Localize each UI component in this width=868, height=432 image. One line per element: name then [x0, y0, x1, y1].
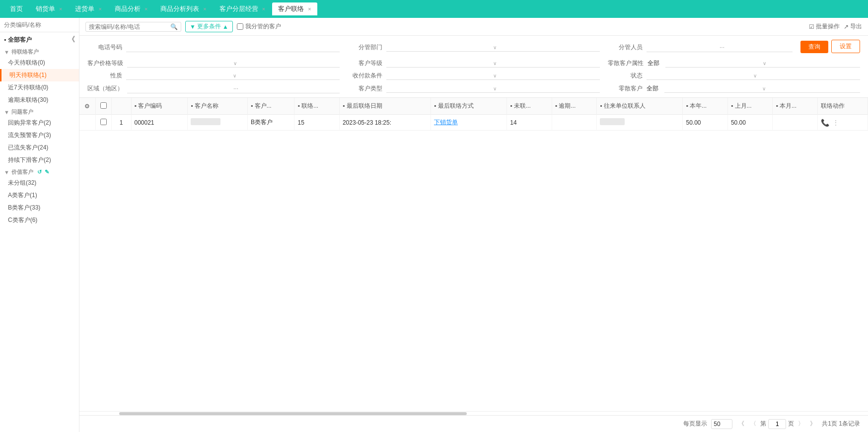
sidebar-item-class-c[interactable]: C类客户(6): [0, 214, 79, 226]
prev-page-button[interactable]: 〈: [748, 419, 758, 429]
th-contact: ▪ 联络...: [294, 98, 339, 115]
search-icon[interactable]: 🔍: [170, 23, 178, 30]
chevron-down-icon: ∨: [493, 61, 598, 66]
row-no-contact: 14: [507, 115, 552, 131]
total-records-label: 共1页 1条记录: [822, 420, 860, 428]
chevron-down-icon: ∨: [493, 86, 598, 91]
sidebar-item-churn-warning[interactable]: 流失预警客户(3): [0, 129, 79, 142]
advanced-filter: 电话号码 分管部门 ∨ 分管人员 ··· 查询 设置: [79, 36, 868, 98]
last-page-button[interactable]: 》: [808, 419, 818, 429]
retail-attr-select[interactable]: ∨: [665, 60, 860, 68]
chevron-down-icon: ∨: [233, 73, 338, 78]
last-method-link[interactable]: 下销货单: [434, 119, 458, 126]
status-select[interactable]: ∨: [647, 72, 860, 80]
more-conditions-button[interactable]: ▼ 更多条件 ▲: [185, 21, 233, 32]
row-name: [188, 115, 248, 131]
sidebar-item-churned[interactable]: 已流失客户(24): [0, 142, 79, 154]
close-icon[interactable]: ×: [98, 6, 101, 12]
close-icon[interactable]: ×: [145, 6, 147, 12]
reset-button[interactable]: 设置: [831, 40, 860, 53]
chevron-up-icon: ▲: [222, 23, 228, 30]
edit-icon[interactable]: ✎: [45, 169, 49, 175]
row-unit-contact: [597, 115, 683, 131]
horizontal-scrollbar[interactable]: [79, 411, 868, 415]
per-page-select[interactable]: 50 100 200: [711, 419, 732, 429]
sidebar-item-declining[interactable]: 持续下滑客户(2): [0, 154, 79, 166]
nature-select[interactable]: ∨: [126, 72, 340, 80]
filter-row-customer-type: 客户类型 ∨: [348, 84, 600, 93]
filter-row-phone: 电话号码: [87, 40, 340, 55]
select-all-checkbox[interactable]: [100, 102, 107, 109]
nav-tab-customer-layered[interactable]: 客户分层经营 ×: [214, 2, 271, 15]
batch-operation-button[interactable]: ☑ 批量操作: [809, 22, 840, 31]
nav-tab-sales[interactable]: 销货单 ×: [30, 2, 68, 15]
sidebar-item-class-b[interactable]: B类客户(33): [0, 202, 79, 214]
nav-tab-purchase[interactable]: 进货单 ×: [69, 2, 107, 15]
next-page-button[interactable]: 〉: [796, 419, 806, 429]
sidebar-item-tomorrow-contact[interactable]: 明天待联络(1): [0, 69, 79, 81]
first-page-button[interactable]: 《: [736, 419, 746, 429]
person-select[interactable]: ···: [647, 43, 793, 52]
table-header-row: ⚙ ▪ 客户编码 ▪ 客户名称 ▪ 客户... ▪ 联络... ▪ 最后联络日期…: [79, 98, 868, 115]
row-last-method[interactable]: 下销货单: [431, 115, 506, 131]
row-this-year: 50.00: [683, 115, 727, 131]
th-no: [111, 98, 131, 115]
collapse-icon[interactable]: 《: [68, 35, 75, 44]
phone-label: 电话号码: [87, 43, 122, 52]
filter-row-region: 区域（地区） ···: [87, 84, 340, 93]
nav-tab-customer-contact[interactable]: 客户联络 ×: [272, 2, 317, 15]
close-icon[interactable]: ×: [59, 6, 62, 12]
close-icon[interactable]: ×: [203, 6, 206, 12]
close-icon[interactable]: ×: [308, 6, 311, 12]
sidebar: 🔍 ▪ 全部客户 《 ▼ 待联络客户 今天待联络(0) 明天待联络(1) 近7天…: [0, 18, 79, 432]
nav-tab-product-analysis[interactable]: 商品分析 ×: [109, 2, 153, 15]
sidebar-item-ungrouped[interactable]: 未分组(32): [0, 177, 79, 189]
customer-type-select[interactable]: ∨: [386, 85, 600, 93]
query-button[interactable]: 查询: [800, 41, 828, 53]
my-customers-checkbox[interactable]: 我分管的客户: [237, 22, 281, 31]
region-select[interactable]: ···: [127, 84, 340, 93]
scroll-thumb[interactable]: [119, 412, 467, 415]
customer-level-select[interactable]: ∨: [386, 60, 600, 68]
sidebar-item-7days-contact[interactable]: 近7天待联络(0): [0, 81, 79, 94]
row-check[interactable]: [95, 115, 111, 131]
sidebar-item-class-a[interactable]: A类客户(1): [0, 189, 79, 202]
phone-input[interactable]: [126, 43, 340, 52]
sidebar-item-today-contact[interactable]: 今天待联络(0): [0, 57, 79, 69]
grid-action-icon[interactable]: ⋮: [832, 119, 839, 127]
retail-select[interactable]: ∨: [664, 85, 860, 93]
nav-tab-product-analysis-list[interactable]: 商品分析列表 ×: [154, 2, 212, 15]
page-unit-label: 页: [788, 420, 794, 428]
th-gear[interactable]: ⚙: [79, 98, 95, 115]
close-icon[interactable]: ×: [262, 6, 265, 12]
row-checkbox[interactable]: [100, 119, 107, 125]
th-last-month: ▪ 上月...: [727, 98, 772, 115]
export-icon: ↗: [844, 23, 849, 30]
page-input[interactable]: [768, 419, 786, 429]
more-icon: ···: [233, 85, 338, 92]
payment-select[interactable]: ∨: [386, 72, 600, 80]
refresh-icon[interactable]: ↺: [37, 169, 42, 175]
grid-icon: ▪: [4, 36, 6, 43]
dept-select[interactable]: ∨: [386, 44, 600, 52]
checkbox-icon: ☑: [809, 23, 814, 30]
action-icons-group: 📞 ⋮: [821, 119, 865, 127]
export-button[interactable]: ↗ 导出: [844, 22, 862, 31]
data-table-area: ⚙ ▪ 客户编码 ▪ 客户名称 ▪ 客户... ▪ 联络... ▪ 最后联络日期…: [79, 98, 868, 411]
my-customers-check[interactable]: [237, 23, 243, 30]
price-level-select[interactable]: ∨: [127, 60, 340, 68]
th-no-contact: ▪ 未联...: [507, 98, 552, 115]
sidebar-item-overdue-contact[interactable]: 逾期未联络(30): [0, 94, 79, 106]
filter-row-retail-attr: 零散客户属性 全部 ∨: [608, 59, 860, 68]
price-level-label: 客户价格等级: [87, 59, 123, 68]
retail-label: 零散客户: [608, 84, 643, 93]
sidebar-item-repurchase-abnormal[interactable]: 回购异常客户(2): [0, 117, 79, 129]
sidebar-search-input[interactable]: [4, 21, 78, 28]
search-input[interactable]: [89, 23, 168, 30]
th-check[interactable]: [95, 98, 111, 115]
retail-attr-label: 零散客户属性: [608, 59, 644, 68]
nav-home[interactable]: 首页: [4, 2, 29, 15]
chevron-down-icon: ▼: [4, 49, 9, 55]
content-area: 🔍 ▼ 更多条件 ▲ 我分管的客户 ☑ 批量操作 ↗ 导出: [79, 18, 868, 432]
phone-action-icon[interactable]: 📞: [821, 119, 829, 127]
